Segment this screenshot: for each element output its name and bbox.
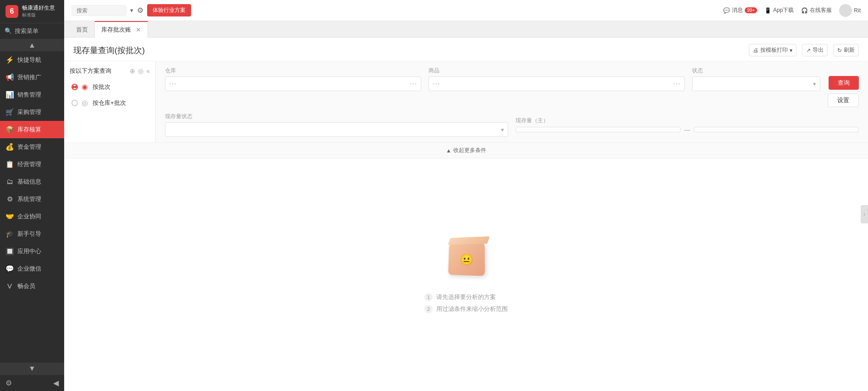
nav-label-wechat: 企业微信 [17, 265, 41, 273]
nav-icon-marketing: 📢 [5, 73, 14, 81]
nav-icon-shortcut: ⚡ [5, 56, 14, 64]
topbar-gear-icon[interactable]: ⚙ [137, 6, 143, 15]
product-dots: ··· [433, 80, 440, 88]
content-area: 现存量查询(按批次) 🖨 按模板打印 ▾ ↗ 导出 ↻ 刷新 [64, 38, 868, 391]
app-logo: 6 [5, 5, 18, 18]
sidebar-item-system[interactable]: ⚙ 系统管理 [0, 190, 64, 208]
page-actions: 🖨 按模板打印 ▾ ↗ 导出 ↻ 刷新 [749, 44, 859, 56]
online-service-label: 在线客服 [810, 6, 832, 14]
sidebar-item-sales[interactable]: 📊 销售管理 [0, 86, 64, 103]
online-service-item[interactable]: 🎧 在线客服 [801, 6, 832, 14]
filter-collapse-button[interactable]: ▲ 收起更多条件 [64, 142, 868, 158]
warehouse-more-icon: ··· [410, 80, 417, 88]
phone-icon: 📱 [764, 7, 771, 14]
sidebar: 6 畅康通好生意 标准版 🔍 搜索菜单 ▲ (function() { cons… [0, 0, 64, 391]
filter-left-header: 按以下方案查询 ⊕ ◎ « [64, 67, 155, 79]
user-avatar-item[interactable]: Rit [839, 4, 861, 17]
print-dropdown-icon: ▾ [790, 47, 792, 54]
topbar-dropdown-icon[interactable]: ▾ [130, 7, 133, 14]
tab-inventory-batch[interactable]: 库存批次账 ✕ [94, 21, 148, 38]
nav-label-enterprise: 企业协同 [17, 212, 41, 221]
trial-button[interactable]: 体验行业方案 [147, 4, 191, 16]
avatar [839, 4, 852, 17]
warehouse-input[interactable]: ··· ··· [165, 76, 421, 91]
radio-by-batch [71, 84, 78, 90]
inventory-status-label: 现存量状态 [165, 113, 508, 120]
sidebar-item-appstore[interactable]: 🔲 应用中心 [0, 243, 64, 260]
warehouse-icon: ◎ [82, 98, 88, 107]
tab-close-icon[interactable]: ✕ [136, 26, 141, 33]
inventory-status-input[interactable]: ▾ [165, 122, 508, 137]
warehouse-label: 仓库 [165, 67, 421, 75]
hint-text-2: 用过滤条件来缩小分析范围 [436, 305, 508, 313]
topbar-search-input[interactable] [71, 5, 126, 16]
sidebar-item-marketing[interactable]: 📢 营销推广 [0, 69, 64, 86]
qty-min-input[interactable] [516, 127, 681, 132]
tab-home[interactable]: 首页 [70, 21, 94, 38]
status-label: 状态 [692, 67, 820, 75]
right-panel-toggle[interactable]: ‹ [861, 205, 868, 223]
sidebar-item-enterprise[interactable]: 🤝 企业协同 [0, 208, 64, 225]
status-input[interactable]: ▾ [692, 76, 820, 91]
status-arrow-icon: ▾ [813, 81, 816, 87]
filter-row-2: 现存量状态 ▾ 现存量（主） — [165, 113, 859, 137]
sidebar-item-wechat[interactable]: 💬 企业微信 [0, 260, 64, 277]
topbar-right: 💬 消息 99+ 📱 App下载 🎧 在线客服 Rit [723, 4, 861, 17]
refresh-button[interactable]: ↻ 刷新 [833, 44, 859, 56]
page-header: 现存量查询(按批次) 🖨 按模板打印 ▾ ↗ 导出 ↻ 刷新 [64, 38, 868, 61]
empty-illustration: 😐 [439, 236, 494, 282]
collapse-sidebar-icon[interactable]: ◀ [53, 379, 59, 387]
batch-icon: ◉ [82, 82, 88, 91]
product-more-icon: ··· [673, 80, 681, 88]
message-icon: 💬 [723, 7, 730, 14]
filter-option-by-batch[interactable]: ◉ 按批次 [64, 79, 155, 95]
filter-right-panel: 仓库 ··· ··· 商品 ··· ··· [156, 61, 868, 142]
inventory-qty-range: — [516, 126, 859, 133]
scheme-settings-icon[interactable]: ◎ [138, 67, 143, 75]
tab-inventory-batch-label: 库存批次账 [101, 26, 131, 34]
nav-label-member: 畅会员 [17, 282, 35, 290]
scroll-down-button[interactable]: ▼ [0, 363, 64, 375]
search-icon: 🔍 [5, 27, 12, 34]
hint-num-2: 2 [424, 305, 433, 313]
sidebar-item-inventory[interactable]: 📦 库存核算 [0, 121, 64, 138]
filter-buttons: 查询 设置 [828, 76, 859, 107]
nav-label-appstore: 应用中心 [17, 247, 41, 255]
inventory-qty-group: 现存量（主） — [516, 117, 859, 133]
filter-row-1: 仓库 ··· ··· 商品 ··· ··· [165, 67, 859, 107]
nav-label-shortcut: 快捷导航 [17, 56, 41, 64]
sidebar-item-member[interactable]: V 畅会员 [0, 277, 64, 295]
sidebar-item-shortcut[interactable]: ⚡ 快捷导航 [0, 51, 64, 69]
filter-option-warehouse-batch[interactable]: ◎ 按仓库+批次 [64, 95, 155, 111]
settings-icon[interactable]: ⚙ [5, 379, 12, 387]
app-download-label: App下载 [773, 6, 794, 14]
nav-icon-inventory: 📦 [5, 125, 14, 134]
collapse-up-icon: ▲ [446, 147, 451, 154]
inventory-status-group: 现存量状态 ▾ [165, 113, 508, 137]
sidebar-item-finance[interactable]: 💰 资金管理 [0, 138, 64, 156]
product-label: 商品 [429, 67, 685, 75]
sidebar-item-purchase[interactable]: 🛒 采购管理 [0, 103, 64, 121]
add-scheme-icon[interactable]: ⊕ [130, 67, 135, 75]
query-button[interactable]: 查询 [829, 76, 859, 90]
radio-warehouse-batch [71, 100, 78, 106]
messages-item[interactable]: 💬 消息 99+ [723, 6, 757, 14]
scroll-up-button[interactable]: ▲ [0, 39, 64, 51]
sidebar-item-operations[interactable]: 📋 经营管理 [0, 156, 64, 173]
nav-label-sales: 销售管理 [17, 91, 41, 99]
qty-max-input[interactable] [694, 127, 859, 132]
product-input[interactable]: ··· ··· [429, 76, 685, 91]
sidebar-header: 6 畅康通好生意 标准版 [0, 0, 64, 23]
sidebar-item-guide[interactable]: 🎓 新手引导 [0, 225, 64, 243]
nav-icon-purchase: 🛒 [5, 108, 14, 116]
topbar-left: ▾ ⚙ 体验行业方案 [71, 4, 191, 16]
app-download-item[interactable]: 📱 App下载 [764, 6, 794, 14]
export-button[interactable]: ↗ 导出 [802, 44, 828, 56]
print-button[interactable]: 🖨 按模板打印 ▾ [749, 44, 797, 56]
filter-option-batch-label: 按批次 [93, 83, 110, 91]
sidebar-search[interactable]: 🔍 搜索菜单 [0, 23, 64, 39]
sidebar-item-basic[interactable]: 🗂 基础信息 [0, 173, 64, 190]
empty-hint-1: 1 请先选择要分析的方案 [424, 293, 508, 301]
scheme-collapse-icon[interactable]: « [146, 67, 150, 75]
settings-button[interactable]: 设置 [828, 93, 859, 107]
